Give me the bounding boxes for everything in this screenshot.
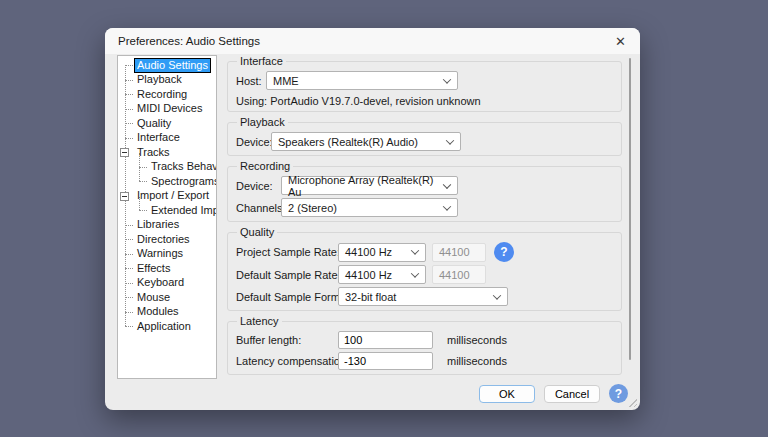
sidebar-item-keyboard[interactable]: Keyboard bbox=[118, 276, 216, 291]
ok-button[interactable]: OK bbox=[479, 385, 535, 403]
chevron-down-icon bbox=[493, 291, 501, 299]
preferences-category-tree: Audio Settings Playback Recording MIDI D… bbox=[117, 55, 217, 379]
sidebar-item-tracks[interactable]: Tracks bbox=[118, 145, 216, 160]
buffer-length-input[interactable] bbox=[338, 331, 433, 349]
collapse-icon[interactable] bbox=[120, 148, 129, 157]
buffer-length-label: Buffer length: bbox=[236, 334, 338, 346]
buffer-length-unit: milliseconds bbox=[447, 334, 507, 346]
close-icon[interactable]: ✕ bbox=[615, 35, 626, 48]
latency-group-label: Latency bbox=[237, 315, 282, 327]
sidebar-item-quality[interactable]: Quality bbox=[118, 116, 216, 131]
channels-dropdown[interactable]: 2 (Stereo) bbox=[281, 198, 458, 217]
playback-group: Playback Device: Speakers (Realtek(R) Au… bbox=[227, 116, 622, 156]
latency-group: Latency Buffer length: milliseconds Late… bbox=[227, 315, 622, 375]
sidebar-item-midi-devices[interactable]: MIDI Devices bbox=[118, 102, 216, 117]
default-sample-format-value: 32-bit float bbox=[345, 291, 396, 303]
chevron-down-icon bbox=[411, 269, 419, 277]
sidebar-item-recording[interactable]: Recording bbox=[118, 87, 216, 102]
help-icon[interactable]: ? bbox=[609, 384, 628, 403]
channels-value: 2 (Stereo) bbox=[288, 202, 337, 214]
latency-compensation-unit: milliseconds bbox=[447, 355, 507, 367]
dialog-title: Preferences: Audio Settings bbox=[118, 35, 260, 47]
default-sample-rate-value: 44100 Hz bbox=[345, 269, 392, 281]
help-icon[interactable]: ? bbox=[494, 242, 514, 262]
cancel-button[interactable]: Cancel bbox=[544, 385, 600, 403]
sidebar-item-effects[interactable]: Effects bbox=[118, 261, 216, 276]
sidebar-item-directories[interactable]: Directories bbox=[118, 232, 216, 247]
sidebar-item-mouse[interactable]: Mouse bbox=[118, 290, 216, 305]
playback-device-label: Device: bbox=[236, 136, 271, 148]
chevron-down-icon bbox=[411, 246, 419, 254]
collapse-icon[interactable] bbox=[120, 192, 129, 201]
host-dropdown-value: MME bbox=[273, 75, 299, 87]
sidebar-item-audio-settings[interactable]: Audio Settings bbox=[118, 58, 216, 73]
default-sample-rate-label: Default Sample Rate: bbox=[236, 269, 338, 281]
project-sample-rate-dropdown[interactable]: 44100 Hz bbox=[338, 243, 426, 262]
vertical-scrollbar[interactable] bbox=[629, 58, 631, 360]
default-sample-format-label: Default Sample Format: bbox=[236, 291, 338, 303]
recording-group: Recording Device: Microphone Array (Real… bbox=[227, 160, 622, 222]
sidebar-item-modules[interactable]: Modules bbox=[118, 305, 216, 320]
latency-compensation-input[interactable] bbox=[338, 352, 433, 370]
preferences-dialog: Preferences: Audio Settings ✕ Audio Sett… bbox=[105, 28, 640, 410]
recording-device-value: Microphone Array (Realtek(R) Au bbox=[288, 174, 444, 198]
playback-group-label: Playback bbox=[237, 116, 288, 128]
sidebar-item-warnings[interactable]: Warnings bbox=[118, 247, 216, 262]
default-sample-rate-dropdown[interactable]: 44100 Hz bbox=[338, 265, 426, 284]
interface-group: Interface Host: MME Using: PortAudio V19… bbox=[227, 55, 622, 112]
playback-device-value: Speakers (Realtek(R) Audio) bbox=[278, 136, 418, 148]
sidebar-item-tracks-behaviors[interactable]: Tracks Behaviors bbox=[118, 160, 216, 175]
settings-panel: Interface Host: MME Using: PortAudio V19… bbox=[227, 55, 632, 379]
interface-group-label: Interface bbox=[237, 55, 286, 67]
project-sample-rate-custom-field: 44100 bbox=[432, 243, 486, 262]
quality-group-label: Quality bbox=[237, 226, 277, 238]
sidebar-item-playback[interactable]: Playback bbox=[118, 73, 216, 88]
sidebar-item-extended-import[interactable]: Extended Import bbox=[118, 203, 216, 218]
project-sample-rate-value: 44100 Hz bbox=[345, 246, 392, 258]
channels-label: Channels: bbox=[236, 202, 281, 214]
chevron-down-icon bbox=[443, 202, 451, 210]
latency-compensation-label: Latency compensation: bbox=[236, 355, 338, 367]
sidebar-item-spectrograms[interactable]: Spectrograms bbox=[118, 174, 216, 189]
playback-device-dropdown[interactable]: Speakers (Realtek(R) Audio) bbox=[271, 132, 461, 151]
chevron-down-icon bbox=[446, 136, 454, 144]
recording-device-dropdown[interactable]: Microphone Array (Realtek(R) Au bbox=[281, 176, 458, 195]
quality-group: Quality Project Sample Rate: 44100 Hz 44… bbox=[227, 226, 622, 311]
recording-group-label: Recording bbox=[237, 160, 293, 172]
host-dropdown[interactable]: MME bbox=[266, 71, 458, 90]
host-label: Host: bbox=[236, 75, 266, 87]
chevron-down-icon bbox=[443, 75, 451, 83]
default-sample-format-dropdown[interactable]: 32-bit float bbox=[338, 287, 508, 306]
recording-device-label: Device: bbox=[236, 180, 281, 192]
sidebar-item-libraries[interactable]: Libraries bbox=[118, 218, 216, 233]
sidebar-item-application[interactable]: Application bbox=[118, 319, 216, 334]
dialog-titlebar: Preferences: Audio Settings ✕ bbox=[105, 28, 640, 54]
portaudio-version-text: Using: PortAudio V19.7.0-devel, revision… bbox=[236, 95, 613, 107]
project-sample-rate-label: Project Sample Rate: bbox=[236, 246, 338, 258]
default-sample-rate-custom-field: 44100 bbox=[432, 265, 486, 284]
tree-list: Audio Settings Playback Recording MIDI D… bbox=[118, 56, 216, 334]
resize-grip-icon[interactable] bbox=[628, 398, 637, 407]
sidebar-item-interface[interactable]: Interface bbox=[118, 131, 216, 146]
dialog-footer: OK Cancel ? bbox=[479, 384, 628, 403]
sidebar-item-import-export[interactable]: Import / Export bbox=[118, 189, 216, 204]
